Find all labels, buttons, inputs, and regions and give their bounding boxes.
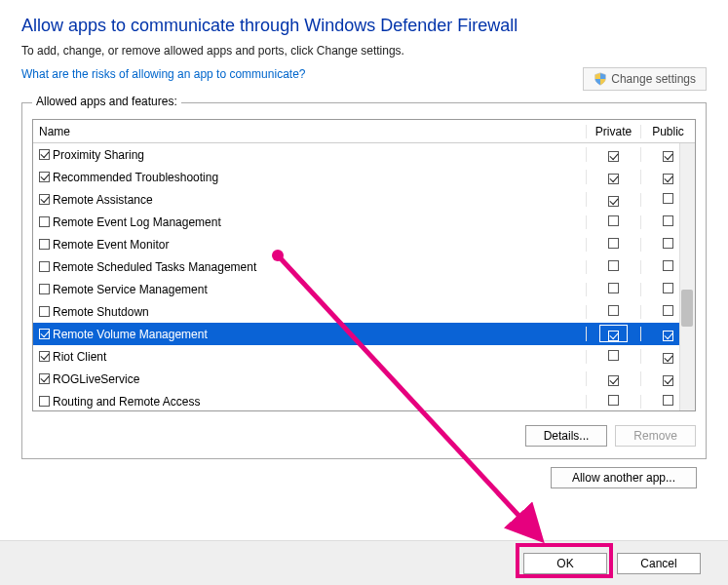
app-enabled-checkbox[interactable]: [39, 329, 50, 339]
table-row[interactable]: Routing and Remote Access: [33, 390, 695, 410]
table-row[interactable]: Remote Volume Management: [33, 323, 695, 345]
table-row[interactable]: Proximity Sharing: [33, 143, 695, 166]
app-public-checkbox[interactable]: [663, 151, 673, 162]
app-name-label: Remote Service Management: [53, 283, 208, 296]
page-subtitle: To add, change, or remove allowed apps a…: [21, 44, 707, 58]
app-name-label: Remote Scheduled Tasks Management: [53, 260, 256, 274]
app-public-checkbox[interactable]: [663, 305, 673, 316]
app-public-checkbox[interactable]: [663, 283, 673, 293]
table-row[interactable]: ROGLiveService: [33, 368, 695, 390]
group-label: Allowed apps and features:: [32, 95, 181, 108]
app-private-checkbox[interactable]: [608, 260, 619, 271]
change-settings-button[interactable]: Change settings: [583, 67, 707, 91]
app-private-checkbox[interactable]: [608, 174, 619, 184]
scroll-thumb[interactable]: [681, 290, 693, 327]
app-enabled-checkbox[interactable]: [39, 373, 50, 384]
column-name-header[interactable]: Name: [33, 125, 586, 138]
remove-button: Remove: [615, 425, 696, 447]
app-public-checkbox[interactable]: [663, 215, 673, 226]
app-enabled-checkbox[interactable]: [39, 306, 50, 317]
app-name-label: Remote Event Log Management: [53, 215, 221, 229]
column-private-header[interactable]: Private: [586, 125, 640, 138]
details-button[interactable]: Details...: [525, 425, 608, 447]
app-enabled-checkbox[interactable]: [39, 239, 50, 250]
table-header: Name Private Public: [33, 120, 695, 143]
app-name-label: Remote Shutdown: [53, 305, 149, 319]
app-public-checkbox[interactable]: [663, 331, 673, 341]
app-public-checkbox[interactable]: [663, 353, 673, 364]
app-name-label: Recommended Troubleshooting: [53, 171, 218, 184]
app-public-checkbox[interactable]: [663, 193, 673, 204]
table-body[interactable]: Proximity SharingRecommended Troubleshoo…: [33, 143, 695, 410]
table-row[interactable]: Riot Client: [33, 345, 695, 368]
table-row[interactable]: Remote Assistance: [33, 188, 695, 211]
app-private-checkbox[interactable]: [608, 350, 619, 361]
app-private-checkbox[interactable]: [608, 215, 619, 226]
app-private-checkbox[interactable]: [608, 331, 619, 341]
table-row[interactable]: Remote Event Log Management: [33, 211, 695, 233]
risks-link[interactable]: What are the risks of allowing an app to…: [21, 67, 305, 81]
change-settings-label: Change settings: [611, 72, 696, 86]
app-enabled-checkbox[interactable]: [39, 149, 50, 160]
app-enabled-checkbox[interactable]: [39, 351, 50, 362]
app-enabled-checkbox[interactable]: [39, 194, 50, 205]
table-row[interactable]: Remote Event Monitor: [33, 233, 695, 255]
app-private-checkbox[interactable]: [608, 238, 619, 249]
ok-button[interactable]: OK: [523, 553, 607, 574]
app-name-label: Remote Assistance: [53, 193, 153, 207]
cancel-button[interactable]: Cancel: [617, 553, 701, 574]
shield-icon: [594, 72, 607, 86]
app-private-checkbox[interactable]: [608, 375, 619, 386]
column-public-header[interactable]: Public: [640, 125, 695, 138]
app-name-label: Remote Volume Management: [53, 328, 208, 341]
app-private-checkbox[interactable]: [608, 196, 619, 207]
app-public-checkbox[interactable]: [663, 260, 673, 271]
app-public-checkbox[interactable]: [663, 238, 673, 249]
app-name-label: Riot Client: [53, 350, 106, 364]
app-name-label: Remote Event Monitor: [53, 238, 169, 252]
table-row[interactable]: Remote Shutdown: [33, 300, 695, 323]
table-row[interactable]: Recommended Troubleshooting: [33, 166, 695, 188]
app-private-checkbox[interactable]: [608, 305, 619, 316]
app-private-checkbox[interactable]: [608, 151, 619, 162]
table-row[interactable]: Remote Service Management: [33, 278, 695, 300]
page-title: Allow apps to communicate through Window…: [21, 16, 707, 36]
app-public-checkbox[interactable]: [663, 395, 673, 406]
allowed-apps-group: Allowed apps and features: Name Private …: [21, 102, 707, 459]
app-name-label: Routing and Remote Access: [53, 395, 200, 409]
app-public-checkbox[interactable]: [663, 375, 673, 386]
app-public-checkbox[interactable]: [663, 174, 673, 184]
app-private-checkbox[interactable]: [608, 395, 619, 406]
app-name-label: Proximity Sharing: [53, 148, 144, 162]
table-row[interactable]: Remote Scheduled Tasks Management: [33, 255, 695, 278]
app-enabled-checkbox[interactable]: [39, 172, 50, 182]
app-enabled-checkbox[interactable]: [39, 261, 50, 272]
app-enabled-checkbox[interactable]: [39, 396, 50, 407]
app-name-label: ROGLiveService: [53, 372, 139, 386]
scrollbar[interactable]: [679, 143, 695, 410]
app-enabled-checkbox[interactable]: [39, 284, 50, 294]
apps-table: Name Private Public Proximity SharingRec…: [32, 119, 696, 411]
dialog-footer: OK Cancel: [0, 540, 728, 585]
app-enabled-checkbox[interactable]: [39, 216, 50, 227]
app-private-checkbox[interactable]: [608, 283, 619, 293]
allow-another-app-button[interactable]: Allow another app...: [551, 467, 697, 488]
